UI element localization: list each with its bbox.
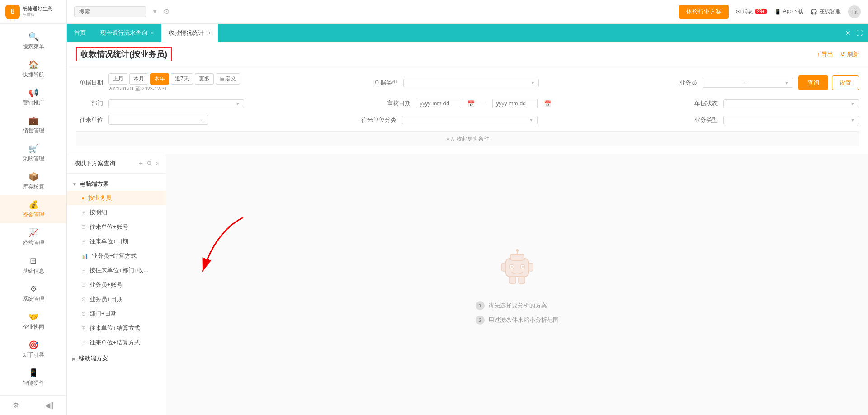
tip-num-2: 2 <box>476 316 485 325</box>
scheme-add-btn[interactable]: + <box>138 160 142 168</box>
dept-label: 部门 <box>76 99 103 108</box>
scheme-panel-title: 按以下方案查询 <box>74 160 115 168</box>
sidebar-settings-btn[interactable]: ⚙ <box>13 401 19 410</box>
tree-item-partner-payment2[interactable]: ⊟ 往来单位+结算方式 <box>67 335 166 350</box>
settings-button[interactable]: 设置 <box>832 75 859 90</box>
collapse-bar[interactable]: ∧∧ 收起更多条件 <box>76 131 859 146</box>
tree-group-desktop-label[interactable]: ▼ 电脑端方案 <box>67 177 166 191</box>
svg-rect-1 <box>510 254 524 260</box>
sidebar-item-marketing[interactable]: 📢 营销推广 <box>0 83 66 111</box>
topbar-settings-icon[interactable]: ⚙ <box>163 7 170 16</box>
tree-item-partner-account[interactable]: ⊟ 往来单位+账号 <box>67 220 166 234</box>
filter-actions: 查询 设置 <box>798 75 859 90</box>
sidebar-item-label: 系统管理 <box>23 295 44 303</box>
tree-item-salesperson-date[interactable]: ⊙ 业务员+日期 <box>67 292 166 307</box>
tab-home[interactable]: 首页 <box>67 24 93 42</box>
item-icon-salesperson: ● <box>81 195 85 201</box>
dept-select[interactable]: ▼ <box>108 99 244 108</box>
sales-icon: 💼 <box>28 116 38 126</box>
tab-receivable-stats[interactable]: 收款情况统计 ✕ <box>161 24 218 42</box>
tree-item-partner-payment1[interactable]: ⊞ 往来单位+结算方式 <box>67 321 166 335</box>
tab-bank-flow-close[interactable]: ✕ <box>150 30 154 36</box>
tree-item-dept-date[interactable]: ⊙ 部门+日期 <box>67 307 166 321</box>
date-btn-custom[interactable]: 自定义 <box>216 73 240 85</box>
search-input[interactable] <box>74 6 146 17</box>
tree-item-label: 业务员+账号 <box>90 281 123 289</box>
svg-point-7 <box>522 266 524 268</box>
tab-receivable-close[interactable]: ✕ <box>207 30 211 36</box>
date-range-display: 2023-01-01 至 2023-12-31 <box>108 85 240 92</box>
sidebar-item-label: 企业协同 <box>23 323 44 331</box>
review-date-end[interactable] <box>492 99 538 108</box>
sidebar-item-search[interactable]: 🔍 搜索菜单 <box>0 27 66 55</box>
date-btn-7days[interactable]: 近7天 <box>171 73 193 85</box>
user-avatar[interactable]: Rit <box>848 5 861 18</box>
scheme-settings-btn[interactable]: ⚙ <box>146 160 152 168</box>
sidebar-item-sales[interactable]: 💼 销售管理 <box>0 111 66 139</box>
sidebar-item-basic-info[interactable]: ⊟ 基础信息 <box>0 251 66 279</box>
query-button[interactable]: 查询 <box>798 75 828 90</box>
biz-type-select[interactable]: ▼ <box>723 116 859 124</box>
sidebar-item-system[interactable]: ⚙ 系统管理 <box>0 279 66 307</box>
date-options-group: 上月 本月 本年 近7天 更多 自定义 <box>108 73 240 85</box>
partner-type-chevron: ▼ <box>529 118 533 123</box>
tree-item-label: 按业务员 <box>88 194 112 202</box>
salesperson-more[interactable]: ··· <box>742 80 747 86</box>
tree-item-partner-date[interactable]: ⊟ 往来单位+日期 <box>67 234 166 249</box>
doc-status-chevron: ▼ <box>850 101 855 106</box>
date-btn-this-month[interactable]: 本月 <box>129 73 148 85</box>
sidebar-item-label: 基础信息 <box>23 267 44 275</box>
tree-item-label: 按明细 <box>90 208 107 217</box>
sidebar-collapse-btn[interactable]: ◀|| <box>45 401 54 410</box>
review-date-start[interactable] <box>416 99 461 108</box>
tree-item-by-detail[interactable]: ⊞ 按明细 <box>67 205 166 220</box>
empty-tip-1: 1 请先选择要分析的方案 <box>476 301 559 310</box>
sidebar-item-beginner[interactable]: 🎯 新手引导 <box>0 335 66 363</box>
item-icon-salesperson-acnt: ⊟ <box>81 282 86 288</box>
tab-bank-flow[interactable]: 现金银行流水查询 ✕ <box>93 24 161 42</box>
sidebar-item-inventory[interactable]: 📦 库存核算 <box>0 167 66 195</box>
doc-type-select[interactable]: ▼ <box>403 79 539 87</box>
filter-row-1: 单据日期 上月 本月 本年 近7天 更多 自定义 2023-01-01 至 20… <box>76 73 859 92</box>
sidebar-item-wechat[interactable]: 💬 企业微信 <box>0 391 66 395</box>
tree-group-mobile-label[interactable]: ▶ 移动端方案 <box>67 352 166 365</box>
calendar-icon-end[interactable]: 📅 <box>544 100 551 107</box>
sidebar-item-collaboration[interactable]: 🤝 企业协同 <box>0 307 66 335</box>
app-download-btn[interactable]: 📱 App下载 <box>774 8 803 15</box>
sidebar-item-hardware[interactable]: 📱 智能硬件 <box>0 363 66 391</box>
partner-input[interactable]: ··· <box>108 115 208 125</box>
collaboration-icon: 🤝 <box>28 312 38 322</box>
refresh-btn[interactable]: ↺ 刷新 <box>840 50 859 58</box>
tree-item-salesperson-payment[interactable]: 📊 业务员+结算方式 <box>67 249 166 263</box>
trial-button[interactable]: 体验行业方案 <box>679 5 729 19</box>
export-btn[interactable]: ↑ 导出 <box>817 50 833 58</box>
sidebar-item-finance[interactable]: 💰 资金管理 <box>0 195 66 223</box>
online-service-btn[interactable]: 🎧 在线客服 <box>811 8 841 15</box>
topbar-dropdown-icon[interactable]: ▼ <box>152 8 158 15</box>
messages-btn[interactable]: ✉ 消息 99+ <box>736 8 767 15</box>
date-btn-more[interactable]: 更多 <box>195 73 214 85</box>
date-btn-this-year[interactable]: 本年 <box>150 73 169 85</box>
doc-type-chevron: ▼ <box>530 80 535 85</box>
content-body: 收款情况统计(按业务员) ↑ 导出 ↺ 刷新 单据日期 上月 <box>67 42 868 415</box>
tree-item-salesperson-account[interactable]: ⊟ 业务员+账号 <box>67 278 166 292</box>
service-icon: 🎧 <box>811 9 817 15</box>
tree-group-arrow-down: ▼ <box>72 182 77 187</box>
date-btn-last-month[interactable]: 上月 <box>108 73 127 85</box>
sidebar-item-purchase[interactable]: 🛒 采购管理 <box>0 139 66 167</box>
salesperson-select[interactable]: ··· ▼ <box>703 78 793 88</box>
sidebar-item-quicknav[interactable]: 🏠 快捷导航 <box>0 55 66 83</box>
doc-status-select[interactable]: ▼ <box>723 99 859 108</box>
scheme-collapse-btn[interactable]: « <box>156 160 159 168</box>
tabbar-maximize-btn[interactable]: ⛶ <box>856 29 863 37</box>
partner-type-select[interactable]: ▼ <box>402 116 538 124</box>
biz-type-label: 业务类型 <box>691 116 718 124</box>
sidebar-item-operations[interactable]: 📈 经营管理 <box>0 223 66 251</box>
tree-item-by-salesperson[interactable]: ● 按业务员 <box>67 191 166 205</box>
doc-status-label: 单据状态 <box>691 99 718 108</box>
tabbar-close-btn[interactable]: ✕ <box>845 29 851 37</box>
topbar-right: 体验行业方案 ✉ 消息 99+ 📱 App下载 🎧 在线客服 Rit <box>679 5 861 19</box>
tree-item-partner-dept[interactable]: ⊟ 按往来单位+部门+收... <box>67 263 166 278</box>
calendar-icon-start[interactable]: 📅 <box>467 100 475 107</box>
partner-more-icon[interactable]: ··· <box>199 117 204 123</box>
